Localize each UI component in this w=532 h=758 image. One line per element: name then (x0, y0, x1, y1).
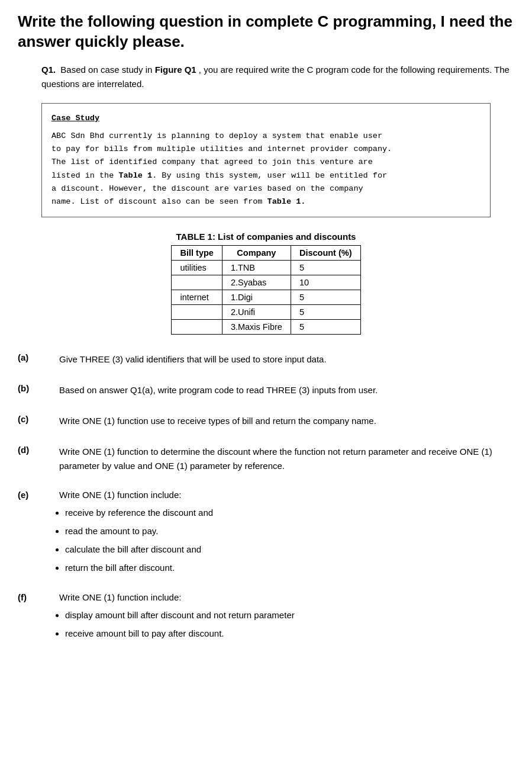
cell-discount-2: 10 (291, 275, 360, 290)
section-a-label: (a) (18, 352, 59, 362)
section-e-bullets: receive by reference the discount and re… (65, 505, 514, 576)
q1-intro-text: Based on case study in (60, 65, 152, 75)
table-row: 2.Unifi 5 (172, 305, 360, 320)
main-title: Write the following question in complete… (18, 12, 514, 52)
col-header-discount: Discount (%) (291, 246, 360, 261)
section-e-intro: Write ONE (1) function include: (59, 490, 514, 500)
cell-company-3: 1.Digi (222, 290, 291, 305)
case-study-title: Case Study (51, 112, 481, 125)
section-d-label: (d) (18, 445, 59, 455)
q1-label: Q1. (41, 65, 56, 75)
section-b: (b) Based on answer Q1(a), write program… (18, 383, 514, 397)
data-table: Bill type Company Discount (%) utilities… (171, 245, 360, 335)
list-item: read the amount to pay. (65, 523, 514, 539)
cell-discount-5: 5 (291, 320, 360, 335)
cell-discount-4: 5 (291, 305, 360, 320)
cell-billtype-1: utilities (172, 261, 222, 275)
table-caption-bold: TABLE 1 (176, 232, 212, 242)
cell-company-2: 2.Syabas (222, 275, 291, 290)
section-e-label: (e) (18, 490, 59, 500)
q1-figure-ref: Figure Q1 (155, 65, 196, 75)
section-c-label: (c) (18, 414, 59, 424)
list-item: receive amount bill to pay after discoun… (65, 625, 514, 641)
table-caption-rest: : List of companies and discounts (212, 232, 356, 242)
list-item: display amount bill after discount and n… (65, 607, 514, 623)
col-header-company: Company (222, 246, 291, 261)
cell-billtype-3: internet (172, 290, 222, 305)
table-caption: TABLE 1: List of companies and discounts (41, 232, 491, 242)
case-study-text: ABC Sdn Bhd currently is planning to dep… (51, 130, 481, 209)
cell-company-5: 3.Maxis Fibre (222, 320, 291, 335)
case-study-box: Case Study ABC Sdn Bhd currently is plan… (41, 103, 491, 218)
section-c-text: Write ONE (1) function use to receive ty… (59, 414, 514, 428)
cell-billtype-5 (172, 320, 222, 335)
list-item: calculate the bill after discount and (65, 541, 514, 557)
table-row: internet 1.Digi 5 (172, 290, 360, 305)
section-f-bullets: display amount bill after discount and n… (65, 607, 514, 641)
col-header-billtype: Bill type (172, 246, 222, 261)
section-f-intro: Write ONE (1) function include: (59, 592, 514, 602)
section-d-text: Write ONE (1) function to determine the … (59, 445, 514, 473)
list-item: receive by reference the discount and (65, 505, 514, 521)
section-e: (e) Write ONE (1) function include: rece… (18, 490, 514, 576)
q1-intro: Q1. Based on case study in Figure Q1 , y… (41, 63, 514, 91)
section-f-label: (f) (18, 592, 59, 602)
table-row: 3.Maxis Fibre 5 (172, 320, 360, 335)
section-d: (d) Write ONE (1) function to determine … (18, 445, 514, 473)
cell-discount-1: 5 (291, 261, 360, 275)
table-section: TABLE 1: List of companies and discounts… (41, 232, 491, 335)
section-b-text: Based on answer Q1(a), write program cod… (59, 383, 514, 397)
cell-company-4: 2.Unifi (222, 305, 291, 320)
section-c: (c) Write ONE (1) function use to receiv… (18, 414, 514, 428)
table-header-row: Bill type Company Discount (%) (172, 246, 360, 261)
cell-company-1: 1.TNB (222, 261, 291, 275)
cell-billtype-2 (172, 275, 222, 290)
table-row: 2.Syabas 10 (172, 275, 360, 290)
cell-billtype-4 (172, 305, 222, 320)
cell-discount-3: 5 (291, 290, 360, 305)
table-row: utilities 1.TNB 5 (172, 261, 360, 275)
section-b-label: (b) (18, 383, 59, 393)
section-a: (a) Give THREE (3) valid identifiers tha… (18, 352, 514, 367)
section-a-text: Give THREE (3) valid identifiers that wi… (59, 352, 514, 367)
list-item: return the bill after discount. (65, 560, 514, 576)
section-f: (f) Write ONE (1) function include: disp… (18, 592, 514, 641)
